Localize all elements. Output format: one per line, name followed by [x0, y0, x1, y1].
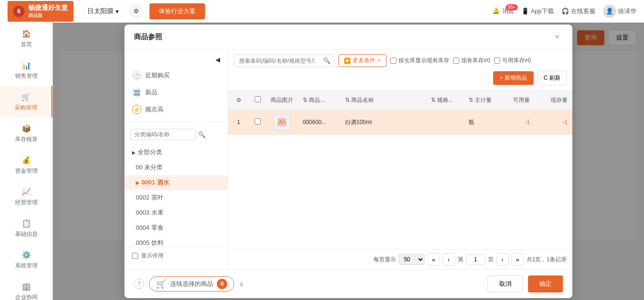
category-search-input[interactable] — [130, 129, 196, 140]
select-all-checkbox[interactable] — [255, 96, 261, 102]
frequent-icon: ⭐ — [132, 105, 141, 114]
col-header-stock: 现存量 — [535, 91, 572, 110]
cat-0002[interactable]: 0002 茶叶 — [124, 190, 228, 205]
category-search-row: 🔍 — [124, 126, 228, 143]
cat-0001-label: 0001 酒水 — [141, 178, 169, 187]
app-download[interactable]: 📱 App下载 — [521, 7, 554, 16]
cell-stock: -1 — [535, 110, 572, 135]
help-icon[interactable]: ? — [134, 279, 144, 289]
col-header-name[interactable]: ⇅ 商品名称 — [340, 91, 426, 110]
sidebar-item-enterprise[interactable]: 🏢 企业协同 — [0, 275, 52, 300]
col-header-check — [249, 91, 266, 110]
nonzero-checkbox[interactable] — [453, 58, 459, 64]
logo-icon: 6 — [13, 6, 25, 17]
col-header-unit[interactable]: ⇅ 主计量 — [464, 91, 497, 110]
dropdown-icon: ▾ — [116, 8, 119, 15]
page-first-button[interactable]: « — [428, 253, 440, 266]
col-header-spec[interactable]: ⇅ 规格... — [426, 91, 464, 110]
avatar-img: 👤 — [603, 5, 616, 18]
footer-collapse-arrow[interactable]: ∧ — [239, 280, 244, 288]
filter-button[interactable]: 🔽 更多条件 ∧ — [339, 54, 387, 67]
col-avail-label: 可用量 — [513, 97, 530, 103]
page-next-button[interactable]: › — [496, 253, 509, 266]
username: 徐泽华 — [618, 7, 636, 16]
sidebar-item-finance[interactable]: 💰 资金管理 — [0, 149, 52, 181]
page-prev-button[interactable]: ‹ — [443, 253, 455, 266]
show-disabled-checkbox[interactable] — [132, 253, 138, 259]
category-tree: ▶ 全部分类 00 未分类 ▶ 0001 酒水 0002 茶 — [124, 143, 228, 247]
toolbar-row: 🔍 🔽 更多条件 ∧ 按仓库显示现有库存 — [228, 50, 572, 91]
show-stock-checkbox-item[interactable]: 按仓库显示现有库存 — [390, 57, 449, 65]
row-checkbox[interactable] — [255, 118, 261, 125]
enterprise-icon: 🏢 — [21, 281, 32, 292]
basic-info-icon: 📋 — [21, 218, 32, 228]
cart-area[interactable]: 🛒 连续选择的商品 0 — [149, 276, 234, 292]
cell-name: 白酒100ml — [340, 110, 426, 135]
store-selector[interactable]: 日太阳膜 ▾ — [83, 5, 123, 18]
notification-count: 99+ — [506, 4, 518, 10]
add-product-button[interactable]: + 新增商品 — [493, 71, 534, 85]
cat-0005[interactable]: 0005 饮料 — [124, 235, 228, 247]
product-table-wrap: ⚙ 商品图片 — [228, 91, 572, 249]
sidebar-item-purchase[interactable]: 🛒 采购管理 — [0, 86, 52, 117]
sidebar-label-home: 首页 — [21, 41, 32, 49]
app-download-label: App下载 — [531, 7, 554, 16]
col-header-code[interactable]: ⇅ 商品... — [298, 91, 340, 110]
search-icon[interactable]: 🔍 — [319, 55, 334, 67]
cell-check — [249, 110, 266, 135]
column-settings-icon[interactable]: ⚙ — [233, 94, 244, 106]
cat-0001[interactable]: ▶ 0001 酒水 — [124, 175, 228, 190]
trial-button[interactable]: 体验行业方案 — [149, 3, 205, 19]
product-search-input[interactable] — [234, 55, 319, 67]
user-avatar[interactable]: 👤 徐泽华 — [603, 5, 636, 18]
settings-button[interactable]: ⚙ — [129, 4, 144, 19]
cat-0003[interactable]: 0003 水果 — [124, 205, 228, 220]
cat-all[interactable]: ▶ 全部分类 — [124, 145, 228, 160]
sidebar-item-operations[interactable]: 📈 经营管理 — [0, 181, 52, 212]
sidebar-label-basic-info: 基础信息 — [15, 230, 38, 238]
sidebar-item-sales[interactable]: 📊 销售管理 — [0, 54, 52, 86]
nonzero-checkbox-item[interactable]: 现有库存≠0 — [453, 57, 490, 65]
operations-icon: 📈 — [21, 186, 32, 197]
cart-count: 0 — [217, 279, 227, 289]
modal-overlay: 商品参照 × ◀ 🕐 近期购买 — [53, 23, 644, 300]
sales-icon: 📊 — [21, 60, 32, 70]
recent-buy-item[interactable]: 🕐 近期购买 — [124, 67, 228, 84]
avail-nonzero-checkbox[interactable] — [494, 58, 500, 64]
avail-nonzero-checkbox-item[interactable]: 可用库存≠0 — [494, 57, 531, 65]
nonzero-label: 现有库存≠0 — [461, 57, 490, 65]
cell-spec — [426, 110, 464, 135]
recent-buy-label: 近期购买 — [145, 71, 170, 80]
cancel-button[interactable]: 取消 — [487, 275, 523, 292]
online-service[interactable]: 🎧 在线客服 — [561, 7, 595, 16]
left-panel-collapse[interactable]: ◀ — [212, 54, 224, 65]
show-stock-checkbox[interactable] — [390, 58, 396, 64]
dialog-footer: ? 🛒 连续选择的商品 0 ∧ 取消 确定 — [124, 269, 572, 298]
sidebar-item-system[interactable]: ⚙️ 系统管理 — [0, 244, 52, 275]
page-size-select[interactable]: 50 100 200 — [399, 254, 425, 265]
frequent-item[interactable]: ⭐ 频次高 — [124, 101, 228, 118]
sidebar-item-inventory[interactable]: 📦 库存核算 — [0, 117, 52, 149]
bell-icon: 🔔 — [492, 7, 500, 14]
sidebar-item-home[interactable]: 🏠 首页 — [0, 23, 52, 54]
frequent-label: 频次高 — [145, 105, 164, 114]
product-name: 白酒100ml — [345, 119, 372, 125]
dialog-close-button[interactable]: × — [552, 31, 563, 42]
new-items-item[interactable]: 🆕 新品 — [124, 84, 228, 101]
table-row[interactable]: 1 — [228, 110, 572, 135]
sidebar-item-basic-info[interactable]: 📋 基础信息 — [0, 212, 52, 244]
phone-icon: 📱 — [521, 8, 529, 15]
category-search-icon[interactable]: 🔍 — [198, 131, 206, 138]
notification-bell[interactable]: 🔔 99+ 消息 — [492, 7, 514, 15]
col-header-settings: ⚙ — [228, 91, 249, 110]
cat-00-label: 00 未分类 — [136, 163, 163, 172]
page-input[interactable] — [466, 254, 485, 265]
confirm-button[interactable]: 确定 — [528, 275, 563, 292]
sidebar-label-inventory: 库存核算 — [15, 135, 38, 143]
main-layout: 🏠 首页 📊 销售管理 🛒 采购管理 📦 库存核算 💰 资金管理 📈 经营管理 … — [0, 23, 644, 300]
cat-00[interactable]: 00 未分类 — [124, 160, 228, 175]
avail-nonzero-label: 可用库存≠0 — [502, 57, 531, 65]
page-last-button[interactable]: » — [512, 253, 524, 266]
refresh-button[interactable]: C 刷新 — [537, 71, 567, 85]
cat-0004[interactable]: 0004 零食 — [124, 220, 228, 235]
